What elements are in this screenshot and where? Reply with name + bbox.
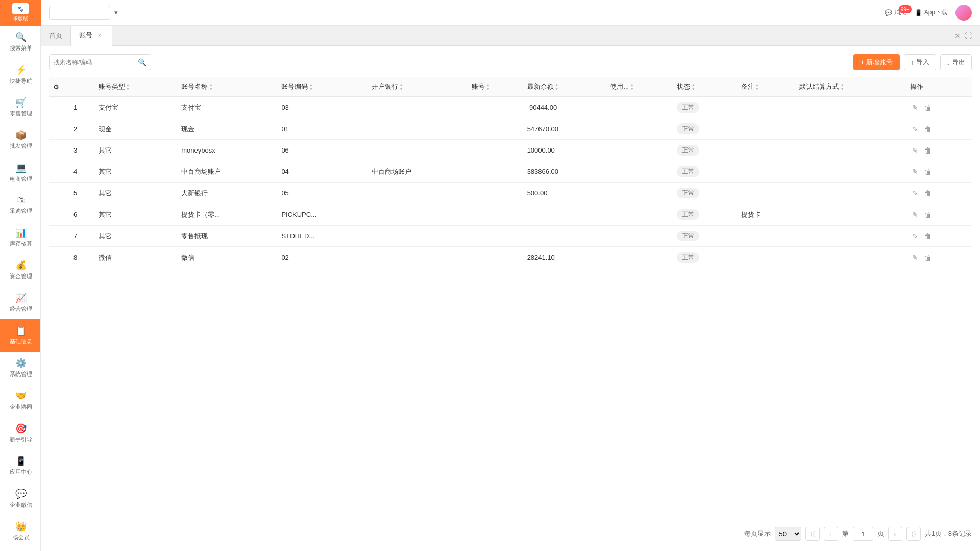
- edit-btn-4[interactable]: ✎: [910, 188, 920, 198]
- export-button[interactable]: ↓ 导出: [940, 54, 972, 70]
- edit-btn-7[interactable]: ✎: [910, 253, 920, 263]
- main-area: ▾ 💬 消息 99+ 📱 App下载 首页 账号 × ✕ ⛶: [41, 0, 980, 551]
- cell-usage-1: [606, 118, 673, 140]
- tab-close-btn[interactable]: ✕: [954, 32, 961, 40]
- delete-btn-0[interactable]: 🗑: [922, 103, 934, 113]
- sidebar-item-search-menu[interactable]: 🔍搜索菜单: [0, 26, 40, 58]
- search-input[interactable]: [54, 59, 138, 66]
- page-next-btn[interactable]: ›: [888, 527, 902, 541]
- sidebar-item-enterprise-agreement[interactable]: 🤝企业协同: [0, 384, 40, 417]
- cell-usage-6: [606, 226, 673, 247]
- sidebar-item-retail-mgmt[interactable]: 🛒零售管理: [0, 91, 40, 123]
- edit-btn-3[interactable]: ✎: [910, 167, 920, 177]
- sidebar-icon-ecommerce-mgmt: 💻: [15, 162, 27, 173]
- page-last-btn[interactable]: ⟩⟩: [906, 527, 921, 541]
- sidebar-item-app-center[interactable]: 📱应用中心: [0, 449, 40, 482]
- page-label: 第: [842, 529, 849, 538]
- th-account[interactable]: 账号▲▼: [468, 77, 523, 97]
- page-prev-btn[interactable]: ‹: [824, 527, 838, 541]
- edit-btn-1[interactable]: ✎: [910, 124, 920, 134]
- sidebar-label-operation-mgmt: 经营管理: [10, 305, 32, 313]
- sidebar-item-purchase-mgmt[interactable]: 🛍采购管理: [0, 189, 40, 221]
- cell-operation-3: ✎ 🗑: [906, 161, 972, 183]
- cell-code-7: 02: [277, 247, 368, 268]
- app-download-button[interactable]: 📱 App下载: [915, 8, 947, 17]
- sidebar-label-ecommerce-mgmt: 电商管理: [10, 175, 32, 183]
- pagination-bar: 每页显示 50 20 100 ⟨⟨ ‹ 第 页 › ⟩⟩ 共1页，8条记录: [49, 518, 972, 543]
- sidebar-item-basic-info[interactable]: 📋基础信息: [0, 319, 40, 352]
- sidebar-icon-enterprise-agreement: 🤝: [15, 390, 27, 402]
- cell-balance-2: 10000.00: [523, 140, 606, 161]
- avatar[interactable]: [955, 5, 972, 21]
- cell-operation-5: ✎ 🗑: [906, 204, 972, 226]
- cell-name-0: 支付宝: [177, 97, 277, 118]
- tab-fullscreen-btn[interactable]: ⛶: [965, 32, 972, 40]
- sidebar-icon-new-guide: 🎯: [15, 423, 27, 434]
- th-code[interactable]: 账号编码▲▼: [277, 77, 368, 97]
- sidebar-icon-enterprise-wechat: 💬: [15, 488, 27, 499]
- page-first-btn[interactable]: ⟨⟨: [805, 527, 820, 541]
- cell-type-1: 现金: [94, 118, 178, 140]
- delete-btn-4[interactable]: 🗑: [922, 188, 934, 198]
- tab-account[interactable]: 账号 ×: [71, 26, 112, 46]
- th-balance[interactable]: 最新余额▲▼: [523, 77, 606, 97]
- settings-icon[interactable]: ⚙: [53, 83, 59, 91]
- cell-gear-3: [49, 161, 69, 183]
- sidebar-item-new-guide[interactable]: 🎯新手引导: [0, 417, 40, 449]
- sidebar-item-capital-mgmt[interactable]: 💰资金管理: [0, 254, 40, 286]
- import-button[interactable]: ↑ 导入: [904, 54, 936, 70]
- sidebar-icon-inventory: 📊: [15, 227, 27, 238]
- th-name[interactable]: 账号名称▲▼: [177, 77, 277, 97]
- sidebar-item-ecommerce-mgmt[interactable]: 💻电商管理: [0, 156, 40, 189]
- delete-btn-2[interactable]: 🗑: [922, 145, 934, 156]
- tab-account-close[interactable]: ×: [95, 31, 104, 39]
- edit-btn-0[interactable]: ✎: [910, 103, 920, 113]
- delete-btn-1[interactable]: 🗑: [922, 124, 934, 134]
- cell-usage-5: [606, 204, 673, 226]
- sidebar-item-system-mgmt[interactable]: ⚙️系统管理: [0, 352, 40, 384]
- cell-gear-2: [49, 140, 69, 161]
- th-type[interactable]: 账号类型▲▼: [94, 77, 178, 97]
- delete-btn-6[interactable]: 🗑: [922, 231, 934, 241]
- sidebar-label-capital-mgmt: 资金管理: [10, 272, 32, 280]
- sidebar-label-vip-member: 畅会员: [13, 534, 30, 541]
- tab-account-label: 账号: [79, 31, 92, 40]
- cell-index-3: 4: [69, 161, 94, 183]
- delete-btn-5[interactable]: 🗑: [922, 210, 934, 220]
- th-default-settle[interactable]: 默认结算方式▲▼: [795, 77, 906, 97]
- th-gear: ⚙: [49, 77, 69, 97]
- add-account-button[interactable]: + 新增账号: [853, 54, 900, 70]
- delete-btn-7[interactable]: 🗑: [922, 253, 934, 263]
- delete-btn-3[interactable]: 🗑: [922, 167, 934, 177]
- page-size-select[interactable]: 50 20 100: [775, 527, 801, 541]
- topbar-dropdown[interactable]: ▾: [114, 9, 118, 16]
- sidebar-item-enterprise-wechat[interactable]: 💬企业微信: [0, 482, 40, 515]
- sidebar-item-quick-nav[interactable]: ⚡快捷导航: [0, 58, 40, 91]
- sidebar-item-wholesale-mgmt[interactable]: 📦批发管理: [0, 123, 40, 156]
- topbar-search-input[interactable]: [49, 6, 110, 20]
- edit-btn-6[interactable]: ✎: [910, 231, 920, 241]
- cell-usage-7: [606, 247, 673, 268]
- edit-btn-2[interactable]: ✎: [910, 145, 920, 156]
- cell-operation-0: ✎ 🗑: [906, 97, 972, 118]
- cell-code-3: 04: [277, 161, 368, 183]
- th-usage[interactable]: 使用...▲▼: [606, 77, 673, 97]
- sidebar-item-vip-member[interactable]: 👑畅会员: [0, 515, 40, 547]
- message-icon: 💬: [885, 9, 892, 16]
- th-remark[interactable]: 备注▲▼: [737, 77, 796, 97]
- th-status[interactable]: 状态▲▼: [673, 77, 737, 97]
- sidebar-item-inventory[interactable]: 📊库存核算: [0, 221, 40, 254]
- cell-bank-1: [368, 118, 468, 140]
- page-number-input[interactable]: [853, 527, 873, 541]
- cell-status-0: 正常: [673, 97, 737, 118]
- cell-default-settle-2: [795, 140, 906, 161]
- tab-home[interactable]: 首页: [41, 26, 71, 46]
- cell-index-2: 3: [69, 140, 94, 161]
- cell-status-1: 正常: [673, 118, 737, 140]
- message-button[interactable]: 💬 消息 99+: [885, 8, 906, 17]
- th-bank[interactable]: 开户银行▲▼: [368, 77, 468, 97]
- cell-default-settle-3: [795, 161, 906, 183]
- sidebar-item-operation-mgmt[interactable]: 📈经营管理: [0, 286, 40, 319]
- cell-account-0: [468, 97, 523, 118]
- edit-btn-5[interactable]: ✎: [910, 210, 920, 220]
